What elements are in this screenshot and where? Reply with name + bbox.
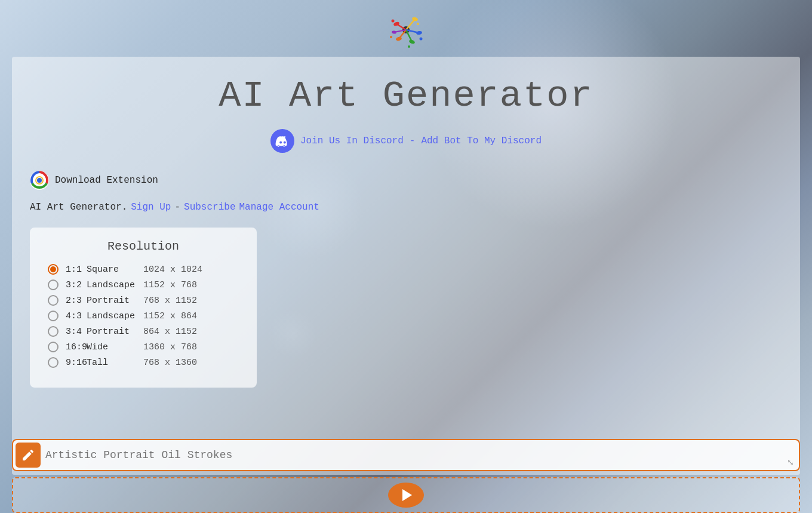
- resolution-type: Wide: [87, 342, 143, 352]
- pencil-icon: [21, 448, 35, 462]
- main-card: AI Art Generator Join Us In Discord - Ad…: [12, 57, 800, 475]
- resolution-option[interactable]: 4:3Landscape1152 x 864: [48, 311, 239, 321]
- svg-point-17: [390, 36, 392, 38]
- resolution-option[interactable]: 9:16Tall768 x 1360: [48, 357, 239, 368]
- discord-separator: -: [410, 136, 416, 146]
- subscribe-link[interactable]: Subscribe: [184, 202, 235, 213]
- manage-account-link[interactable]: Manage Account: [239, 202, 319, 213]
- resolution-option[interactable]: 3:2Landscape1152 x 768: [48, 279, 239, 290]
- svg-point-14: [417, 23, 419, 25]
- resolution-ratio: 9:16: [66, 358, 87, 368]
- radio-button[interactable]: [48, 295, 59, 306]
- logo-icon: [382, 6, 430, 54]
- svg-point-23: [37, 178, 42, 183]
- resolution-title: Resolution: [48, 239, 239, 253]
- page-container: AI Art Generator Join Us In Discord - Ad…: [0, 0, 812, 513]
- play-icon: [398, 487, 414, 503]
- resolution-ratio: 3:2: [66, 280, 87, 290]
- resolution-dimensions: 1152 x 864: [143, 311, 197, 321]
- account-prefix: AI Art Generator.: [30, 202, 127, 213]
- prompt-container: ⤡: [12, 439, 800, 471]
- resolution-type: Portrait: [87, 327, 143, 337]
- resolution-type: Tall: [87, 358, 143, 368]
- generate-button[interactable]: [388, 483, 424, 508]
- resolution-ratio: 2:3: [66, 296, 87, 306]
- svg-point-15: [420, 38, 423, 41]
- prompt-icon-button[interactable]: [16, 443, 41, 468]
- resolution-dimensions: 1024 x 1024: [143, 265, 202, 275]
- resolution-option[interactable]: 16:9Wide1360 x 768: [48, 342, 239, 352]
- resolution-ratio: 4:3: [66, 311, 87, 321]
- resolution-type: Landscape: [87, 311, 143, 321]
- discord-add-bot-link[interactable]: Add Bot To My Discord: [421, 136, 542, 146]
- svg-line-4: [406, 19, 415, 30]
- discord-row: Join Us In Discord - Add Bot To My Disco…: [30, 129, 782, 153]
- chrome-extension-link[interactable]: Download Extension: [55, 175, 158, 186]
- resolution-type: Square: [87, 265, 143, 275]
- resolution-dimensions: 1360 x 768: [143, 342, 197, 352]
- resolution-dimensions: 864 x 1152: [143, 327, 197, 337]
- bottom-dashed-area: [12, 477, 800, 513]
- resolution-option[interactable]: 3:4Portrait864 x 1152: [48, 326, 239, 337]
- radio-button[interactable]: [48, 342, 59, 352]
- discord-join-link[interactable]: Join Us In Discord: [300, 136, 404, 146]
- resize-handle: ⤡: [787, 457, 794, 468]
- resolution-options: 1:1Square1024 x 10243:2Landscape1152 x 7…: [48, 264, 239, 368]
- header: [0, 0, 812, 57]
- chrome-icon: [30, 171, 49, 190]
- radio-button[interactable]: [48, 357, 59, 368]
- account-separator: -: [174, 202, 180, 213]
- resolution-ratio: 16:9: [66, 342, 87, 352]
- resolution-type: Portrait: [87, 296, 143, 306]
- resolution-ratio: 3:4: [66, 327, 87, 337]
- resolution-dimensions: 768 x 1360: [143, 358, 197, 368]
- resolution-ratio: 1:1: [66, 265, 87, 275]
- discord-icon: [270, 129, 294, 153]
- resolution-dimensions: 1152 x 768: [143, 280, 197, 290]
- radio-button[interactable]: [48, 279, 59, 290]
- radio-button[interactable]: [48, 326, 59, 337]
- svg-point-16: [408, 45, 410, 48]
- page-title: AI Art Generator: [30, 75, 782, 117]
- resolution-option[interactable]: 1:1Square1024 x 1024: [48, 264, 239, 275]
- resolution-dimensions: 768 x 1152: [143, 296, 197, 306]
- radio-button[interactable]: [48, 311, 59, 321]
- resolution-option[interactable]: 2:3Portrait768 x 1152: [48, 295, 239, 306]
- resolution-type: Landscape: [87, 280, 143, 290]
- account-row: AI Art Generator. Sign Up - Subscribe Ma…: [30, 202, 782, 213]
- prompt-input-wrapper: ⤡: [12, 439, 800, 471]
- svg-point-13: [392, 20, 395, 23]
- radio-button[interactable]: [48, 264, 59, 275]
- prompt-input[interactable]: [45, 449, 787, 461]
- svg-marker-24: [402, 489, 412, 501]
- chrome-extension-row: Download Extension: [30, 171, 782, 190]
- resolution-panel: Resolution 1:1Square1024 x 10243:2Landsc…: [30, 228, 257, 388]
- signup-link[interactable]: Sign Up: [131, 202, 171, 213]
